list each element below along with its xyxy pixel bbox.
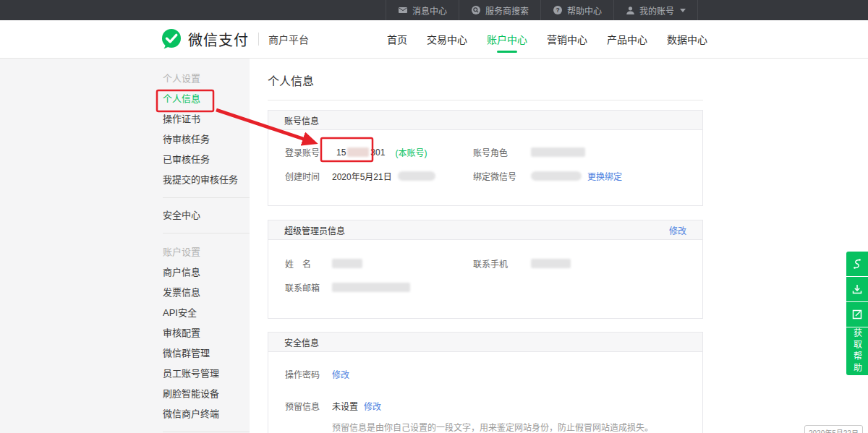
sidebar-item-review-config[interactable]: 审核配置 [163,323,250,343]
nav-transaction-center[interactable]: 交易中心 [427,20,467,58]
link-icon [851,258,863,270]
topbar-item-help-center[interactable]: ? 帮助中心 [540,0,613,20]
wechat-pay-logo-icon [161,28,182,50]
sidebar-group-title-personal: 个人设置 [163,69,250,89]
censored-phone-value [531,259,571,268]
search-icon [471,5,481,15]
sidebar-divider [163,233,250,233]
date-tooltip: 2020年5月22日 [804,425,863,433]
nav-marketing-center[interactable]: 营销中心 [547,20,587,58]
svg-text:?: ? [556,7,559,14]
feedback-button[interactable] [846,302,868,327]
question-icon: ? [553,5,563,15]
brand-name: 微信支付 [188,29,249,50]
sidebar-item-my-submitted-tasks[interactable]: 我提交的审核任务 [163,170,250,190]
bound-wechat-label: 绑定微信号 [473,170,531,182]
sidebar-item-security-center[interactable]: 安全中心 [163,205,250,226]
sidebar-divider [163,197,250,198]
rebind-link[interactable]: 更换绑定 [587,170,622,182]
topbar-item-my-account[interactable]: 我的账号 [613,0,698,20]
reserved-edit-link[interactable]: 修改 [364,400,381,412]
edit-icon [851,309,863,320]
chevron-down-icon [680,9,686,12]
sidebar-group-title-account: 账户设置 [163,242,250,262]
sidebar-item-merchant-terminal[interactable]: 微信商户终端 [163,404,250,424]
nav-data-center[interactable]: 数据中心 [667,20,707,58]
sidebar: 个人设置 个人信息 操作证书 待审核任务 已审核任务 我提交的审核任务 安全中心… [0,59,250,433]
current-account-tag: (本账号) [395,146,427,158]
mail-icon [398,5,408,15]
reserved-info-label: 预留信息 [285,400,332,412]
sidebar-item-merchant-info[interactable]: 商户信息 [163,262,250,283]
censored-created-extra [398,171,435,181]
nav-product-center[interactable]: 产品中心 [607,20,647,58]
sidebar-item-staff-accounts[interactable]: 员工账号管理 [163,364,250,384]
topbar-item-label: 我的账号 [639,4,674,17]
censored-email-value [332,283,410,292]
sidebar-item-api-security[interactable]: API安全 [163,303,250,323]
contact-phone-label: 联系手机 [473,257,531,270]
super-admin-panel: 超级管理员信息 修改 姓 名 联系手机 联系邮箱 [268,220,703,319]
created-time-value: 2020年5月21日 [332,170,392,182]
user-icon [626,6,635,15]
brand-divider [258,33,259,46]
main-content: 个人信息 账号信息 登录账号 15 301 [250,59,868,433]
main-nav: 首页 交易中心 账户中心 营销中心 产品中心 数据中心 [367,20,707,58]
download-icon [851,283,863,295]
topbar-item-messages[interactable]: 消息中心 [386,0,459,20]
security-info-panel: 安全信息 操作密码 修改 预留信息 未设置 修改 [268,332,703,433]
account-role-label: 账号角色 [473,146,531,158]
login-account-label: 登录账号 [285,146,332,158]
password-edit-link[interactable]: 修改 [332,368,349,380]
header: 微信支付 商户平台 首页 交易中心 账户中心 营销中心 产品中心 数据中心 [0,20,868,59]
sidebar-item-pending-tasks[interactable]: 待审核任务 [163,129,250,150]
account-panel-title: 账号信息 [284,114,319,127]
topbar-item-label: 消息中心 [412,4,447,17]
floating-toolbar: 获取帮助 [846,252,868,375]
censored-name-value [332,259,362,268]
title-divider [268,100,703,100]
reserved-info-notes: 预留信息是由你自己设置的一段文字，用来鉴定网站身份，防止假冒网站造成损失。 配置… [332,422,702,433]
nav-account-center[interactable]: 账户中心 [487,20,527,58]
reserved-info-status: 未设置 [332,400,358,412]
account-info-panel: 账号信息 登录账号 15 301 (本账号) 账号角色 [268,110,703,206]
get-help-button[interactable]: 获取帮助 [846,327,868,375]
nav-home[interactable]: 首页 [387,20,407,58]
contact-email-label: 联系邮箱 [285,281,332,293]
login-account-value: 15 301 [332,147,389,158]
download-button[interactable] [846,277,868,301]
operation-password-label: 操作密码 [285,368,332,380]
topbar-item-label: 服务商搜索 [485,4,529,17]
admin-edit-link[interactable]: 修改 [669,224,686,236]
sidebar-item-personal-info[interactable]: 个人信息 [163,89,250,109]
page-title: 个人信息 [268,72,703,89]
admin-panel-title: 超级管理员信息 [284,224,345,236]
brand: 微信支付 商户平台 [161,28,309,50]
sidebar-item-operation-cert[interactable]: 操作证书 [163,109,250,129]
sidebar-item-face-devices[interactable]: 刷脸智能设备 [163,384,250,404]
censored-login-middle [347,147,369,157]
note-line: 预留信息是由你自己设置的一段文字，用来鉴定网站身份，防止假冒网站造成损失。 [332,422,702,433]
topbar-item-service-search[interactable]: 服务商搜索 [459,0,540,20]
sidebar-divider [163,432,250,432]
sidebar-item-reviewed-tasks[interactable]: 已审核任务 [163,150,250,170]
censored-role-value [531,147,585,157]
censored-wechat-value [531,171,582,181]
admin-name-label: 姓 名 [285,257,332,270]
sidebar-item-wechat-group[interactable]: 微信群管理 [163,343,250,364]
security-panel-title: 安全信息 [284,336,319,348]
topbar: 消息中心 服务商搜索 ? 帮助中心 我的账号 [0,0,868,20]
created-time-label: 创建时间 [285,170,332,182]
link-icon-button[interactable] [846,252,868,276]
sidebar-item-invoice-info[interactable]: 发票信息 [163,283,250,303]
brand-portal: 商户平台 [268,32,309,46]
topbar-item-label: 帮助中心 [567,4,602,17]
